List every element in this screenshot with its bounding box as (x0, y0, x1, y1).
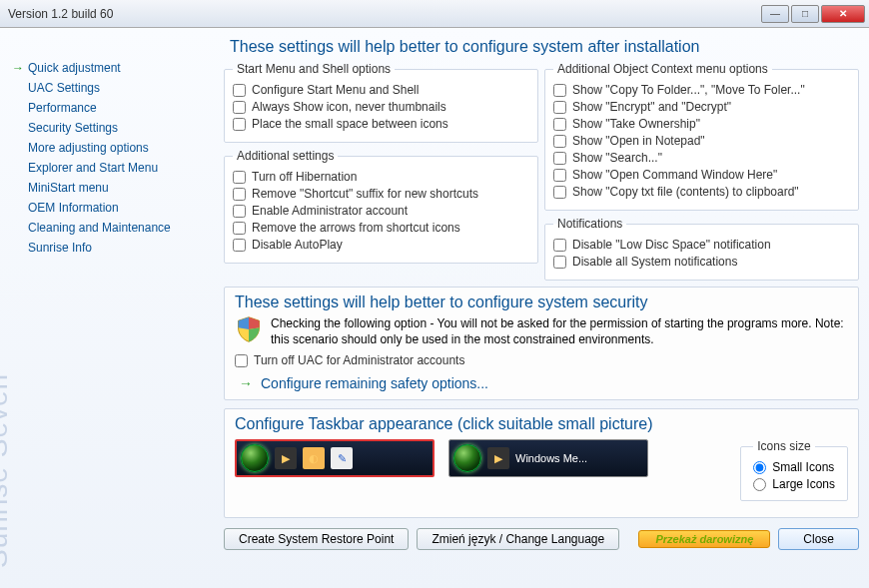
radio-small-icons[interactable]: Small Icons (753, 460, 835, 474)
chk-notify-1[interactable]: Disable all System notifications (553, 255, 850, 269)
chk-startmenu-1[interactable]: Always Show icon, never thumbnails (233, 100, 529, 114)
change-language-button[interactable]: Zmień język / Change Language (417, 528, 619, 550)
maximize-button[interactable]: □ (791, 5, 819, 23)
heading-taskbar: Configure Taskbar appearance (click suit… (235, 415, 848, 433)
folder-icon: ▶ (487, 447, 509, 469)
chk-context-2[interactable]: Show "Take Ownership" (553, 117, 850, 131)
nav-item-3[interactable]: Security Settings (8, 118, 210, 138)
nav-item-1[interactable]: UAC Settings (8, 78, 210, 98)
app-icon-2: ✎ (331, 447, 353, 469)
chk-additional-1[interactable]: Remove "Shortcut" suffix for new shortcu… (233, 187, 529, 201)
chk-context-1[interactable]: Show "Encrypt" and "Decrypt" (553, 100, 850, 114)
chk-notify-0[interactable]: Disable "Low Disc Space" notification (553, 238, 850, 252)
radio-large-icons[interactable]: Large Icons (753, 477, 835, 491)
start-orb-icon (241, 444, 269, 472)
minimize-button[interactable]: — (761, 5, 789, 23)
chk-additional-2[interactable]: Enable Administrator account (233, 204, 529, 218)
close-button[interactable]: Close (778, 528, 859, 550)
checkbox-uac-admin[interactable]: Turn off UAC for Administrator accounts (235, 353, 848, 367)
chk-context-0[interactable]: Show "Copy To Folder...", "Move To Foler… (553, 83, 850, 97)
taskbar-preview-large[interactable]: ▶ Windows Me... (448, 439, 648, 477)
chk-context-4[interactable]: Show "Search..." (553, 151, 850, 165)
titlebar: Version 1.2 build 60 — □ ✕ (0, 0, 869, 28)
nav-item-5[interactable]: Explorer and Start Menu (8, 158, 210, 178)
taskbar-preview-small[interactable]: ▶ ◐ ✎ (235, 439, 434, 477)
security-section: These settings will help better to confi… (224, 287, 859, 400)
link-safety-options[interactable]: → Configure remaining safety options... (239, 375, 848, 391)
chk-additional-3[interactable]: Remove the arrows from shortcut icons (233, 221, 529, 235)
group-startmenu: Start Menu and Shell options Configure S… (224, 62, 538, 143)
group-icons-size: Icons size Small Icons Large Icons (740, 439, 848, 501)
start-orb-icon (453, 444, 481, 472)
main-panel: These settings will help better to confi… (218, 28, 869, 588)
nav-item-2[interactable]: Performance (8, 98, 210, 118)
chk-startmenu-2[interactable]: Place the small space between icons (233, 117, 529, 131)
chk-startmenu-0[interactable]: Configure Start Menu and Shell (233, 83, 529, 97)
heading-install: These settings will help better to confi… (230, 38, 859, 56)
chk-context-3[interactable]: Show "Open in Notepad" (553, 134, 850, 148)
donate-button[interactable]: Przekaż darowiznę (638, 530, 770, 548)
taskbar-section: Configure Taskbar appearance (click suit… (224, 408, 859, 518)
nav-item-8[interactable]: Cleaning and Maintenance (8, 218, 210, 238)
window-title: Version 1.2 build 60 (8, 7, 761, 21)
app-icon: ◐ (303, 447, 325, 469)
security-note: Checking the following option - You will… (271, 315, 848, 347)
group-additional: Additional settings Turn off Hibernation… (224, 149, 538, 264)
folder-icon: ▶ (275, 447, 297, 469)
restore-point-button[interactable]: Create System Restore Point (224, 528, 409, 550)
arrow-icon: → (239, 375, 253, 391)
nav-item-0[interactable]: Quick adjustment (8, 58, 210, 78)
close-window-button[interactable]: ✕ (821, 5, 865, 23)
chk-context-6[interactable]: Show "Copy txt file (contents) to clipbo… (553, 185, 850, 199)
shield-icon (235, 315, 263, 343)
chk-additional-4[interactable]: Disable AutoPlay (233, 238, 529, 252)
brand-text: Sunrise Seven (0, 373, 14, 568)
group-context: Additional Object Context menu options S… (544, 62, 859, 211)
nav-item-4[interactable]: More adjusting options (8, 138, 210, 158)
nav-item-9[interactable]: Sunrise Info (8, 238, 210, 258)
chk-additional-0[interactable]: Turn off Hibernation (233, 170, 529, 184)
group-notifications: Notifications Disable "Low Disc Space" n… (544, 217, 859, 281)
chk-context-5[interactable]: Show "Open Command Window Here" (553, 168, 850, 182)
sidebar: Quick adjustmentUAC SettingsPerformanceS… (0, 28, 218, 588)
heading-security: These settings will help better to confi… (235, 294, 848, 311)
nav-item-6[interactable]: MiniStart menu (8, 178, 210, 198)
nav-item-7[interactable]: OEM Information (8, 198, 210, 218)
